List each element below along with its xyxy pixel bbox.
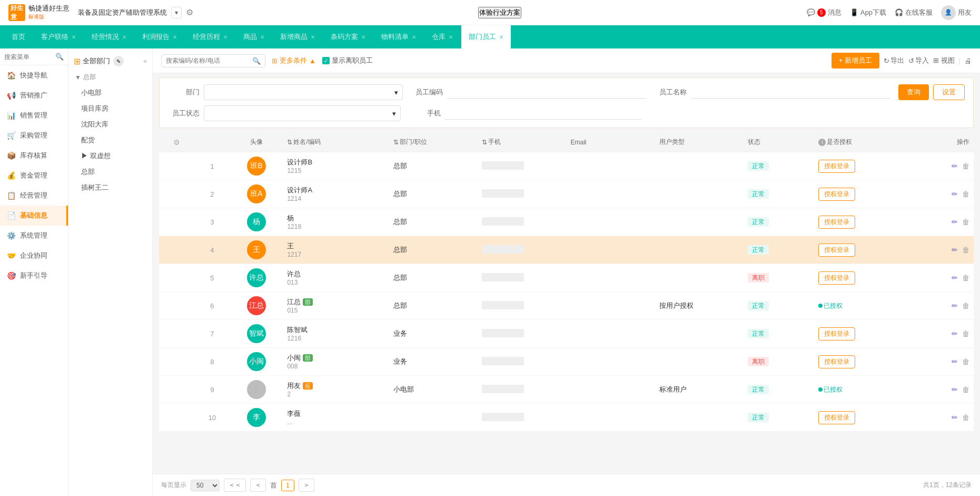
empname-input[interactable] bbox=[691, 86, 890, 99]
dept-edit-btn[interactable]: ✎ bbox=[113, 56, 124, 66]
th-name[interactable]: ⇅ 姓名/编码 bbox=[283, 132, 389, 152]
auth-login-btn[interactable]: 授权登录 bbox=[818, 355, 855, 368]
page-size-select[interactable]: 50 20 100 bbox=[191, 480, 220, 491]
close-icon[interactable]: ✕ bbox=[223, 34, 227, 40]
delete-btn[interactable]: 🗑 bbox=[962, 162, 969, 170]
trial-button[interactable]: 体验行业方案 bbox=[478, 7, 521, 18]
online-service-btn[interactable]: 🎧 在线客服 bbox=[895, 8, 933, 17]
delete-btn[interactable]: 🗑 bbox=[962, 246, 969, 254]
close-icon[interactable]: ✕ bbox=[449, 34, 453, 40]
auth-login-btn[interactable]: 授权登录 bbox=[818, 188, 855, 201]
dept-item-projects[interactable]: 项目库房 bbox=[68, 101, 152, 116]
sidebar-item-quicknav[interactable]: 🏠 快捷导航 bbox=[0, 65, 68, 85]
sidebar-item-inventory[interactable]: 📦 库存核算 bbox=[0, 145, 68, 166]
auth-login-btn[interactable]: 授权登录 bbox=[818, 160, 855, 173]
th-dept[interactable]: ⇅ 部门/职位 bbox=[389, 132, 478, 152]
sidebar-item-purchase[interactable]: 🛒 采购管理 bbox=[0, 125, 68, 145]
tab-employees[interactable]: 部门员工 ✕ bbox=[461, 25, 511, 48]
edit-btn[interactable]: ✏ bbox=[952, 329, 958, 338]
sidebar-item-marketing[interactable]: 📢 营销推广 bbox=[0, 85, 68, 105]
import-button[interactable]: ↺ 导入 bbox=[908, 56, 929, 65]
dept-item-chashuwang[interactable]: 插树王二 bbox=[68, 180, 152, 196]
tab-add-product[interactable]: 新增商品 ✕ bbox=[273, 25, 322, 48]
first-page-btn[interactable]: ＜＜ bbox=[224, 479, 246, 492]
dept-item-shenyang[interactable]: 沈阳大库 bbox=[68, 116, 152, 132]
sidebar-item-management[interactable]: 📋 经营管理 bbox=[0, 186, 68, 206]
tab-profit[interactable]: 利润报告 ✕ bbox=[135, 25, 184, 48]
edit-btn[interactable]: ✏ bbox=[952, 218, 958, 226]
delete-btn[interactable]: 🗑 bbox=[962, 357, 969, 366]
user-menu[interactable]: 👤 用友 bbox=[941, 5, 972, 20]
close-icon[interactable]: ✕ bbox=[499, 34, 503, 40]
edit-btn[interactable]: ✏ bbox=[952, 274, 958, 282]
delete-btn[interactable]: 🗑 bbox=[962, 329, 969, 338]
tab-barcode[interactable]: 条码方案 ✕ bbox=[323, 25, 373, 48]
tab-warehouse[interactable]: 仓库 ✕ bbox=[424, 25, 460, 48]
edit-btn[interactable]: ✏ bbox=[952, 246, 958, 254]
message-btn[interactable]: 💬 5 消息 bbox=[807, 8, 842, 17]
app-download-btn[interactable]: 📱 App下载 bbox=[850, 8, 886, 17]
tab-home[interactable]: 首页 bbox=[4, 25, 33, 48]
auth-login-btn[interactable]: 授权登录 bbox=[818, 244, 855, 257]
show-resigned-toggle[interactable]: ✓ 显示离职员工 bbox=[322, 56, 373, 65]
auth-login-btn[interactable]: 授权登录 bbox=[818, 216, 855, 229]
dept-item-shuang[interactable]: ▶ 双虚想 bbox=[68, 148, 152, 164]
table-settings-btn[interactable]: ⚙ bbox=[173, 138, 180, 147]
edit-btn[interactable]: ✏ bbox=[952, 385, 958, 394]
close-icon[interactable]: ✕ bbox=[122, 34, 126, 40]
sidebar-item-system[interactable]: ⚙️ 系统管理 bbox=[0, 226, 68, 246]
sidebar-item-collab[interactable]: 🤝 企业协同 bbox=[0, 246, 68, 266]
view-button[interactable]: ⊞ 视图 bbox=[933, 56, 955, 65]
collapse-panel-btn[interactable]: « bbox=[143, 57, 147, 65]
delete-btn[interactable]: 🗑 bbox=[962, 274, 969, 282]
close-icon[interactable]: ✕ bbox=[173, 34, 177, 40]
close-icon[interactable]: ✕ bbox=[361, 34, 365, 40]
search-input[interactable] bbox=[166, 57, 250, 64]
dept-select[interactable]: ▾ bbox=[204, 84, 403, 100]
next-page-btn[interactable]: ＞ bbox=[299, 479, 314, 492]
checkbox-resigned[interactable]: ✓ bbox=[322, 57, 330, 64]
delete-btn[interactable]: 🗑 bbox=[962, 385, 969, 394]
tab-history[interactable]: 经营历程 ✕ bbox=[185, 25, 235, 48]
more-conditions-btn[interactable]: ⊞ 更多条件 ▲ bbox=[272, 56, 316, 65]
export-button[interactable]: ↻ 导出 bbox=[884, 56, 904, 65]
close-icon[interactable]: ✕ bbox=[72, 34, 76, 40]
delete-btn[interactable]: 🗑 bbox=[962, 413, 969, 422]
sidebar-item-guide[interactable]: 🎯 新手引导 bbox=[0, 266, 68, 286]
auth-login-btn[interactable]: 授权登录 bbox=[818, 271, 855, 285]
tab-products[interactable]: 商品 ✕ bbox=[236, 25, 272, 48]
sidebar-search-input[interactable] bbox=[4, 53, 53, 61]
th-phone[interactable]: ⇅ 手机 bbox=[478, 132, 566, 152]
add-employee-button[interactable]: + 新增员工 bbox=[831, 53, 879, 69]
edit-btn[interactable]: ✏ bbox=[952, 302, 958, 310]
close-icon[interactable]: ✕ bbox=[311, 34, 315, 40]
settings-icon[interactable]: ⚙ bbox=[186, 7, 193, 17]
dropdown-btn[interactable]: ▾ bbox=[171, 7, 182, 18]
sidebar-item-finance[interactable]: 💰 资金管理 bbox=[0, 166, 68, 186]
tab-bom[interactable]: 物料清单 ✕ bbox=[374, 25, 423, 48]
close-icon[interactable]: ✕ bbox=[260, 34, 264, 40]
prev-page-btn[interactable]: ＜ bbox=[250, 479, 266, 492]
edit-btn[interactable]: ✏ bbox=[952, 162, 958, 170]
query-button[interactable]: 查询 bbox=[898, 84, 929, 100]
phone-input[interactable] bbox=[445, 107, 642, 120]
set-button[interactable]: 设置 bbox=[933, 84, 965, 100]
dept-item-headquarters[interactable]: 总部 bbox=[68, 164, 152, 180]
sidebar-item-basic[interactable]: 📄 基础信息 bbox=[0, 206, 68, 226]
print-button[interactable]: 🖨 bbox=[965, 57, 972, 65]
edit-btn[interactable]: ✏ bbox=[952, 357, 958, 366]
delete-btn[interactable]: 🗑 bbox=[962, 302, 969, 310]
empcode-input[interactable] bbox=[447, 86, 646, 99]
auth-login-btn[interactable]: 授权登录 bbox=[818, 327, 855, 341]
edit-btn[interactable]: ✏ bbox=[952, 413, 958, 422]
sidebar-item-sales[interactable]: 📊 销售管理 bbox=[0, 105, 68, 125]
dept-item-electronics[interactable]: 小电部 bbox=[68, 85, 152, 101]
dept-section-head[interactable]: ▼ 总部 bbox=[68, 70, 152, 85]
delete-btn[interactable]: 🗑 bbox=[962, 218, 969, 226]
delete-btn[interactable]: 🗑 bbox=[962, 190, 969, 198]
edit-btn[interactable]: ✏ bbox=[952, 190, 958, 198]
tab-customer[interactable]: 客户联络 ✕ bbox=[34, 25, 83, 48]
dept-item-distribution[interactable]: 配货 bbox=[68, 132, 152, 148]
auth-login-btn[interactable]: 授权登录 bbox=[818, 411, 855, 424]
close-icon[interactable]: ✕ bbox=[412, 34, 416, 40]
